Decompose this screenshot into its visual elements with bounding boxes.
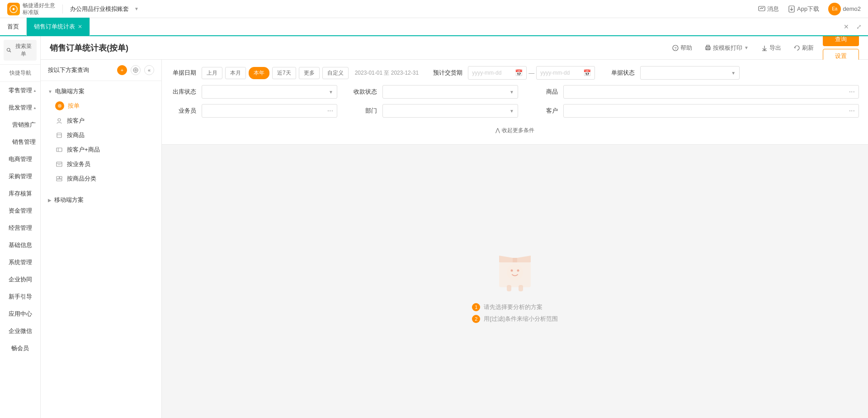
sidebar-item-wholesale[interactable]: 批发管理 xyxy=(0,99,40,116)
customer-select[interactable]: ··· xyxy=(563,104,859,118)
filter-row-1: 单据日期 上月 本月 本年 近7天 更多 自定义 2023-01-01 至 20… xyxy=(171,66,859,80)
sidebar: 帮助搜索菜单 快捷导航 零售管理 批发管理 营销推广 销售管理 电商管理 采购管… xyxy=(0,36,41,418)
collection-status-label: 收款状态 xyxy=(352,88,377,96)
scheme-item-customer-goods[interactable]: 按客户+商品 xyxy=(41,142,161,157)
page-title-bar: 销售订单统计表(按单) ? 帮助 按模板打印 ▼ 导出 刷新 xyxy=(41,36,868,60)
search-menu-btn[interactable]: 帮助搜索菜单 xyxy=(4,40,37,61)
calendar-start-icon[interactable]: 📅 xyxy=(515,69,523,76)
date-btn-7days[interactable]: 近7天 xyxy=(272,67,296,79)
svg-point-27 xyxy=(507,264,523,280)
search-btn[interactable]: 查询 xyxy=(823,36,859,46)
salesman-dots-icon[interactable]: ··· xyxy=(327,107,333,115)
tab-sales-stat[interactable]: 销售订单统计表 ✕ xyxy=(27,18,90,36)
date-btn-this-month[interactable]: 本月 xyxy=(225,67,246,79)
action-btn-group: 查询 设置 xyxy=(823,36,859,63)
date-btn-this-year[interactable]: 本年 xyxy=(249,67,269,79)
sidebar-item-enterprise[interactable]: 企业协同 xyxy=(0,271,40,288)
refresh-btn[interactable]: 刷新 xyxy=(790,42,817,54)
sidebar-item-sales[interactable]: 销售管理 xyxy=(0,133,40,151)
tab-home[interactable]: 首页 xyxy=(0,18,27,36)
message-icon xyxy=(758,5,765,13)
logo-text: 畅捷通好生意 标准版 xyxy=(23,2,55,15)
sidebar-item-member[interactable]: 畅会员 xyxy=(0,340,40,357)
date-btn-more[interactable]: 更多 xyxy=(299,67,320,79)
customer-goods-icon xyxy=(55,146,63,154)
mobile-scheme-label: 移动端方案 xyxy=(54,196,84,204)
sidebar-item-newuser[interactable]: 新手引导 xyxy=(0,288,40,305)
order-status-select[interactable]: ▼ xyxy=(640,66,740,80)
department-select[interactable]: ▼ xyxy=(382,104,518,118)
help-btn[interactable]: ? 帮助 xyxy=(669,42,696,54)
add-scheme-btn[interactable]: + xyxy=(117,65,127,75)
customer-dots-icon[interactable]: ··· xyxy=(849,107,855,115)
svg-rect-25 xyxy=(57,179,62,181)
sidebar-item-basic[interactable]: 基础信息 xyxy=(0,237,40,254)
sidebar-item-ecommerce[interactable]: 电商管理 xyxy=(0,151,40,168)
date-dash: — xyxy=(528,70,534,76)
user-avatar-area[interactable]: Ea demo2 xyxy=(828,3,861,15)
empty-hint-1: 1 请先选择要分析的方案 xyxy=(472,303,557,311)
top-bar-left: 畅捷通好生意 标准版 办公用品行业模拟账套 ▼ xyxy=(7,2,139,15)
sidebar-nav-quick[interactable]: 快捷导航 xyxy=(0,65,40,82)
delivery-date-end[interactable]: yyyy-mm-dd 📅 xyxy=(536,66,595,80)
collapse-scheme-btn[interactable]: « xyxy=(144,65,154,75)
sidebar-item-finance[interactable]: 资金管理 xyxy=(0,202,40,219)
sidebar-item-corpwechat[interactable]: 企业微信 xyxy=(0,323,40,340)
top-bar-right: 消息 App下载 Ea demo2 xyxy=(758,3,861,15)
main-layout: 帮助搜索菜单 快捷导航 零售管理 批发管理 营销推广 销售管理 电商管理 采购管… xyxy=(0,36,868,418)
sidebar-item-marketing[interactable]: 营销推广 xyxy=(0,116,40,133)
delivery-date-start[interactable]: yyyy-mm-dd 📅 xyxy=(468,66,527,80)
filter-row-2: 出库状态 ▼ 收款状态 ▼ 商品 ··· xyxy=(171,85,859,99)
collection-status-select[interactable]: ▼ xyxy=(382,85,518,99)
svg-rect-10 xyxy=(707,48,709,50)
salesman-select[interactable]: ··· xyxy=(202,104,337,118)
maximize-window-btn[interactable]: ⤢ xyxy=(855,23,863,30)
edit-scheme-btn[interactable] xyxy=(131,65,141,75)
salesman-label: 业务员 xyxy=(171,107,196,115)
scheme-item-order[interactable]: 按单 xyxy=(41,98,161,114)
app-title-dropdown[interactable]: ▼ xyxy=(134,6,139,11)
scheme-item-salesman[interactable]: 按业务员 xyxy=(41,157,161,171)
scheme-item-category[interactable]: 按商品分类 xyxy=(41,171,161,186)
sidebar-item-system[interactable]: 系统管理 xyxy=(0,254,40,271)
svg-point-4 xyxy=(7,48,10,52)
pc-scheme-section: ▼ 电脑端方案 按单 按客户 xyxy=(41,81,161,190)
right-panel: 单据日期 上月 本月 本年 近7天 更多 自定义 2023-01-01 至 20… xyxy=(162,60,868,418)
date-label: 单据日期 xyxy=(171,69,196,77)
goods-dots-icon[interactable]: ··· xyxy=(849,88,855,96)
export-btn[interactable]: 导出 xyxy=(758,42,785,54)
sidebar-search-area: 帮助搜索菜单 xyxy=(0,36,40,65)
tab-close-btn[interactable]: ✕ xyxy=(78,24,82,30)
mobile-scheme-group-header[interactable]: ▶ 移动端方案 xyxy=(41,193,161,207)
close-window-btn[interactable]: ✕ xyxy=(843,23,850,30)
sidebar-item-operation[interactable]: 经营管理 xyxy=(0,219,40,237)
date-btn-custom[interactable]: 自定义 xyxy=(322,67,349,79)
settings-icon xyxy=(133,67,138,73)
delivery-status-label: 出库状态 xyxy=(171,88,196,96)
date-btn-last-month[interactable]: 上月 xyxy=(202,67,222,79)
calendar-end-icon[interactable]: 📅 xyxy=(583,69,591,76)
svg-rect-24 xyxy=(60,176,62,179)
mobile-scheme-arrow: ▶ xyxy=(48,198,52,203)
pc-scheme-group-header[interactable]: ▼ 电脑端方案 xyxy=(41,85,161,98)
scheme-item-customer[interactable]: 按客户 xyxy=(41,114,161,128)
svg-rect-1 xyxy=(759,6,765,11)
sidebar-item-purchase[interactable]: 采购管理 xyxy=(0,168,40,185)
template-print-btn[interactable]: 按模板打印 ▼ xyxy=(701,42,752,54)
sidebar-item-appcenter[interactable]: 应用中心 xyxy=(0,305,40,323)
goods-select[interactable]: ··· xyxy=(563,85,859,99)
sidebar-item-inventory[interactable]: 库存核算 xyxy=(0,185,40,202)
svg-rect-18 xyxy=(57,148,62,152)
sidebar-item-retail[interactable]: 零售管理 xyxy=(0,82,40,99)
message-btn[interactable]: 消息 xyxy=(758,5,779,13)
logo-area: 畅捷通好生意 标准版 xyxy=(7,2,55,15)
collapse-more-btn[interactable]: ⋀ 收起更多条件 xyxy=(171,123,859,138)
delivery-status-select[interactable]: ▼ xyxy=(202,85,337,99)
collapse-label: 收起更多条件 xyxy=(502,127,534,133)
app-download-btn[interactable]: App下载 xyxy=(788,5,819,13)
tab-bar: 首页 销售订单统计表 ✕ ✕ ⤢ xyxy=(0,18,868,36)
svg-rect-23 xyxy=(57,176,59,179)
user-avatar: Ea xyxy=(828,3,841,15)
tab-sales-stat-label: 销售订单统计表 xyxy=(34,23,75,31)
scheme-item-goods[interactable]: 按商品 xyxy=(41,128,161,142)
